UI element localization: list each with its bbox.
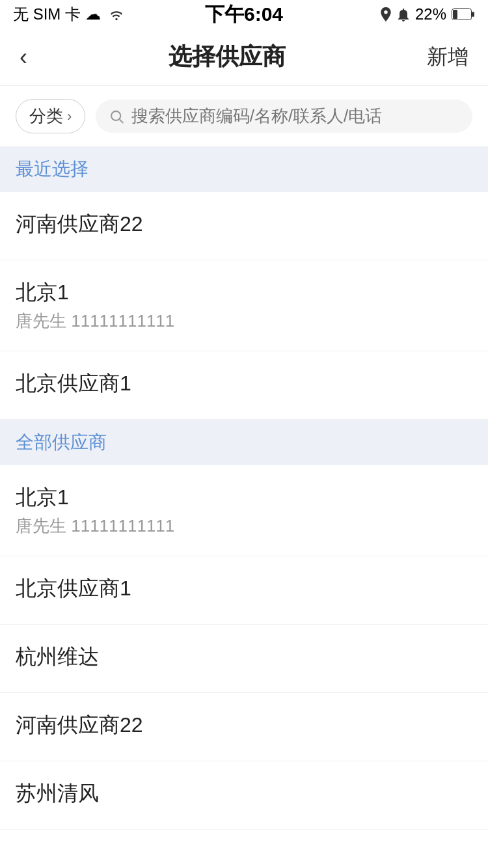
category-filter[interactable]: 分类 › (16, 99, 85, 133)
list-item[interactable]: 杭州维达 (0, 625, 488, 693)
chevron-right-icon: › (67, 108, 72, 125)
alarm-icon (397, 7, 410, 21)
list-item[interactable]: 北京1唐先生 11111111111 (0, 465, 488, 556)
status-bar: 无 SIM 卡 ☁ 下午6:04 22% (0, 0, 488, 29)
search-box (96, 100, 472, 133)
battery-text: 22% (415, 5, 446, 23)
svg-rect-2 (472, 12, 474, 17)
list-item[interactable]: 北京供应商1 (0, 351, 488, 420)
list-item[interactable]: 北京供应商1 (0, 556, 488, 625)
filter-bar: 分类 › (0, 86, 488, 146)
recent-items-list: 河南供应商22北京1唐先生 11111111111北京供应商1 (0, 192, 488, 420)
item-name: 苏州清风 (16, 780, 472, 808)
all-section-label: 全部供应商 (16, 432, 107, 452)
item-sub: 唐先生 11111111111 (16, 515, 472, 537)
status-right: 22% (380, 5, 475, 23)
list-item[interactable]: 河南供应商22 (0, 192, 488, 260)
item-name: 河南供应商22 (16, 711, 472, 740)
recent-section-header: 最近选择 (0, 146, 488, 192)
item-sub: 唐先生 11111111111 (16, 310, 472, 332)
wifi-icon (107, 7, 126, 21)
status-time: 下午6:04 (205, 1, 283, 28)
item-name: 河南供应商22 (16, 210, 472, 239)
item-name: 北京供应商1 (16, 370, 472, 398)
category-label: 分类 (29, 105, 63, 128)
nav-bar: ‹ 选择供应商 新增 (0, 29, 488, 86)
svg-point-3 (111, 111, 120, 120)
all-items-list: 北京1唐先生 11111111111北京供应商1杭州维达河南供应商22苏州清风 (0, 465, 488, 830)
page-title: 选择供应商 (169, 41, 286, 73)
recent-section-label: 最近选择 (16, 159, 88, 179)
item-name: 北京1 (16, 278, 472, 307)
search-icon (109, 108, 124, 125)
no-sim-text: 无 SIM 卡 ☁ (13, 4, 101, 25)
svg-line-4 (120, 119, 124, 123)
list-item[interactable]: 北京1唐先生 11111111111 (0, 260, 488, 351)
status-left: 无 SIM 卡 ☁ (13, 4, 126, 25)
svg-rect-1 (453, 10, 457, 19)
search-input[interactable] (131, 106, 459, 126)
item-name: 杭州维达 (16, 643, 472, 671)
location-icon (380, 7, 392, 21)
list-item[interactable]: 苏州清风 (0, 761, 488, 830)
all-section-header: 全部供应商 (0, 420, 488, 465)
back-button[interactable]: ‹ (20, 44, 27, 71)
battery-icon (452, 8, 475, 20)
add-button[interactable]: 新增 (427, 43, 468, 72)
item-name: 北京1 (16, 483, 472, 512)
list-item[interactable]: 河南供应商22 (0, 693, 488, 761)
item-name: 北京供应商1 (16, 575, 472, 603)
